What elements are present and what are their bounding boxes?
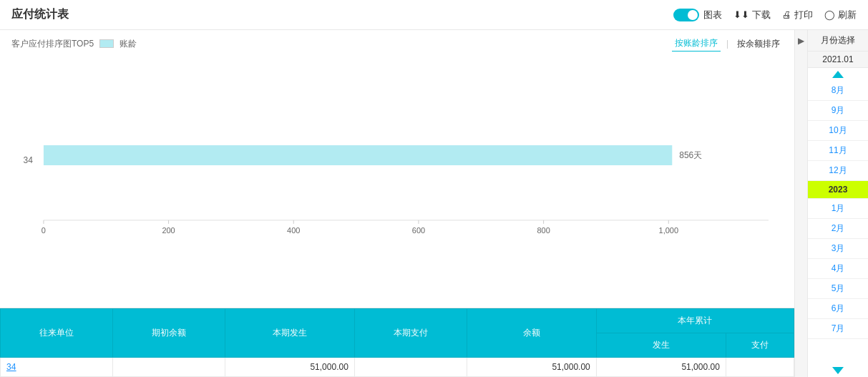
legend-box: [99, 39, 114, 48]
app-container: 应付统计表 图表 ⬇ 下载 🖨 打印 ◯ 刷新: [0, 0, 868, 377]
header: 应付统计表 图表 ⬇ 下载 🖨 打印 ◯ 刷新: [0, 0, 868, 30]
month-item-6[interactable]: 6月: [808, 299, 868, 319]
cell-opening: [112, 358, 225, 377]
month-item-12[interactable]: 12月: [808, 161, 868, 181]
chart-legend-title: 客户应付排序图TOP5: [11, 38, 94, 50]
chart-sort: 按账龄排序 | 按余额排序: [672, 36, 783, 52]
page-title: 应付统计表: [11, 7, 69, 22]
cell-occurrence: 51,000.00: [225, 358, 354, 377]
chart-toggle-label: 图表: [703, 9, 722, 21]
chart-toggle[interactable]: [673, 9, 699, 21]
month-item-4[interactable]: 4月: [808, 259, 868, 279]
chart-legend: 客户应付排序图TOP5 账龄: [11, 38, 137, 50]
sidebar-expand-btn[interactable]: ▶: [794, 30, 807, 377]
legend-box-label: 账龄: [120, 38, 137, 50]
print-button[interactable]: 🖨 打印: [782, 9, 813, 21]
table-section: 往来单位 期初余额 本期发生 本期支付 余额 本年累计 发生 支付: [0, 308, 794, 377]
right-sidebar: 月份选择 2021.01 8月 9月 10月 11月 12月 2023 1月 2…: [807, 30, 868, 377]
refresh-button[interactable]: ◯ 刷新: [824, 9, 857, 21]
refresh-label: 刷新: [838, 9, 857, 21]
month-item-1[interactable]: 1月: [808, 199, 868, 219]
month-item-8[interactable]: 8月: [808, 81, 868, 101]
print-icon: 🖨: [782, 9, 791, 20]
month-item-10[interactable]: 10月: [808, 121, 868, 141]
col-opening-header: 期初余额: [112, 309, 225, 358]
svg-text:400: 400: [287, 226, 300, 235]
sort-by-amount-btn[interactable]: 按余额排序: [734, 36, 783, 52]
cell-unit[interactable]: 34: [1, 358, 113, 377]
svg-text:1,000: 1,000: [659, 226, 678, 235]
down-arrow-icon[interactable]: [832, 367, 844, 374]
data-table: 往来单位 期初余额 本期发生 本期支付 余额 本年累计 发生 支付: [0, 308, 794, 377]
cell-balance: 51,000.00: [467, 358, 596, 377]
chart-toggle-group: 图表: [673, 9, 722, 21]
sidebar-nav-up[interactable]: [808, 68, 868, 81]
svg-text:200: 200: [162, 226, 175, 235]
svg-text:34: 34: [24, 155, 34, 165]
col-unit-header: 往来单位: [1, 309, 113, 358]
svg-text:856天: 856天: [679, 150, 702, 160]
chart-area: 34 856天 0 200 400 600 800 1,000: [0, 57, 794, 308]
sort-by-balance-btn[interactable]: 按账龄排序: [672, 36, 721, 52]
chart-section: 客户应付排序图TOP5 账龄 按账龄排序 | 按余额排序 34: [0, 30, 794, 377]
col-payment-header: 本期支付: [354, 309, 467, 358]
month-item-7[interactable]: 7月: [808, 319, 868, 339]
download-label: 下载: [752, 9, 771, 21]
svg-text:600: 600: [412, 226, 425, 235]
table-row: 34 51,000.00 51,000.00 51,000.00: [1, 358, 794, 377]
sidebar-header: 月份选择: [808, 30, 868, 52]
month-item-year-2023[interactable]: 2023: [808, 181, 868, 199]
bar-chart: 34 856天 0 200 400 600 800 1,000: [11, 63, 783, 263]
up-arrow-icon[interactable]: [832, 71, 844, 78]
col-balance-header: 余额: [467, 309, 596, 358]
header-actions: 图表 ⬇ 下载 🖨 打印 ◯ 刷新: [673, 9, 857, 21]
month-item-9[interactable]: 9月: [808, 101, 868, 121]
chart-header: 客户应付排序图TOP5 账龄 按账龄排序 | 按余额排序: [0, 30, 794, 57]
svg-text:800: 800: [537, 226, 550, 235]
cell-ytd-payment: [726, 358, 794, 377]
print-label: 打印: [794, 9, 813, 21]
sidebar-nav-down[interactable]: [808, 364, 868, 377]
month-item-2[interactable]: 2月: [808, 219, 868, 239]
expand-arrow-icon: ▶: [798, 36, 804, 46]
svg-text:0: 0: [42, 226, 46, 235]
month-item-3[interactable]: 3月: [808, 239, 868, 259]
col-occurrence-header: 本期发生: [225, 309, 354, 358]
sidebar-current-period[interactable]: 2021.01: [808, 52, 868, 68]
refresh-icon: ◯: [824, 9, 835, 20]
download-icon: ⬇: [733, 9, 749, 20]
right-panel: ▶ 月份选择 2021.01 8月 9月 10月 11月 12月 2023 1月…: [794, 30, 868, 377]
sort-divider: |: [726, 39, 728, 49]
svg-rect-1: [44, 145, 672, 165]
month-item-11[interactable]: 11月: [808, 141, 868, 161]
col-ytd-payment-header: 支付: [726, 333, 794, 358]
cell-payment: [354, 358, 467, 377]
cell-ytd-occurrence: 51,000.00: [596, 358, 726, 377]
col-ytd-header: 本年累计: [596, 309, 794, 333]
main-content: 客户应付排序图TOP5 账龄 按账龄排序 | 按余额排序 34: [0, 30, 868, 377]
col-ytd-occurrence-header: 发生: [596, 333, 726, 358]
month-item-5[interactable]: 5月: [808, 279, 868, 299]
sidebar-months-list: 8月 9月 10月 11月 12月 2023 1月 2月 3月 4月 5月 6月…: [808, 81, 868, 364]
download-button[interactable]: ⬇ 下载: [733, 9, 771, 21]
